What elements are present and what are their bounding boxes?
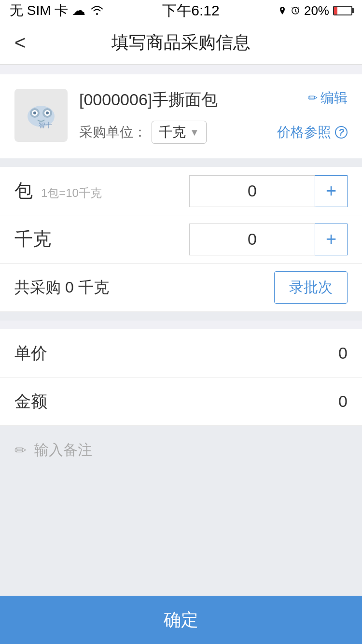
status-bar: 无 SIM 卡 ☁ 下午6:12 20%	[0, 0, 362, 21]
product-name: [0000006]手撕面包	[79, 89, 308, 111]
status-right: 20%	[278, 3, 352, 18]
product-image: 智十	[14, 89, 68, 142]
unit-price-value: 0	[338, 344, 348, 363]
edit-label: 编辑	[320, 89, 348, 107]
sim-status: 无 SIM 卡 ☁	[10, 1, 85, 20]
unit-price-label: 单价	[14, 342, 47, 364]
summary-row: 共采购 0 千克 录批次	[0, 264, 362, 312]
notes-section[interactable]: ✏ 输入备注	[0, 426, 362, 475]
kg-input-control: 0 +	[63, 224, 348, 255]
svg-point-7	[46, 112, 49, 114]
info-icon: ?	[335, 126, 348, 139]
location-icon	[278, 3, 287, 18]
amount-label: 金额	[14, 391, 47, 413]
edit-button[interactable]: ✏ 编辑	[308, 89, 348, 107]
kg-plus-button[interactable]: +	[315, 224, 348, 255]
unit-select[interactable]: 千克 ▼	[152, 121, 207, 144]
quantity-input-section: 包 1包=10千克 0 + 千克 0 + 共采购 0 千克 录批次	[0, 167, 362, 312]
svg-text:智十: 智十	[39, 121, 52, 128]
unit-label: 采购单位：	[79, 123, 147, 141]
chevron-down-icon: ▼	[190, 127, 199, 138]
notes-placeholder: 输入备注	[34, 440, 92, 460]
bao-plus-button[interactable]: +	[315, 175, 348, 207]
bao-label: 包	[14, 181, 33, 201]
bao-input-row: 包 1包=10千克 0 +	[0, 167, 362, 215]
bao-quantity-input[interactable]: 0	[189, 175, 315, 207]
status-time: 下午6:12	[162, 1, 219, 21]
summary-text: 共采购 0 千克	[14, 277, 109, 298]
pencil-icon: ✏	[14, 442, 27, 459]
unit-price-row: 单价 0	[0, 329, 362, 378]
price-ref-label: 价格参照	[277, 123, 331, 141]
status-left: 无 SIM 卡 ☁	[10, 1, 104, 20]
back-button[interactable]: <	[14, 32, 26, 54]
product-info: [0000006]手撕面包 ✏ 编辑 采购单位： 千克 ▼ 价格参照 ?	[79, 89, 348, 144]
price-section: 单价 0 金额 0	[0, 329, 362, 426]
bao-sub-label: 1包=10千克	[41, 186, 102, 199]
alarm-icon	[291, 3, 300, 18]
battery-percent: 20%	[304, 3, 329, 18]
kg-quantity-input[interactable]: 0	[189, 224, 315, 255]
amount-row: 金额 0	[0, 378, 362, 426]
kg-label: 千克	[14, 229, 51, 249]
product-logo: 智十	[24, 99, 58, 132]
record-batch-button[interactable]: 录批次	[274, 271, 348, 304]
unit-value: 千克	[159, 123, 186, 141]
kg-input-row: 千克 0 +	[0, 215, 362, 264]
svg-point-6	[33, 112, 36, 114]
edit-icon: ✏	[308, 91, 318, 105]
page-title: 填写商品采购信息	[111, 31, 251, 55]
product-card: 智十 [0000006]手撕面包 ✏ 编辑 采购单位： 千克 ▼ 价格参照	[0, 74, 362, 158]
bao-input-control: 0 +	[102, 175, 348, 207]
nav-bar: < 填写商品采购信息	[0, 21, 362, 65]
confirm-button[interactable]: 确定	[0, 596, 362, 644]
price-reference-button[interactable]: 价格参照 ?	[277, 123, 348, 141]
amount-value: 0	[338, 392, 348, 411]
battery-icon	[333, 6, 352, 15]
section-divider-2	[0, 312, 362, 321]
wifi-icon	[90, 3, 104, 18]
section-divider-1	[0, 158, 362, 167]
